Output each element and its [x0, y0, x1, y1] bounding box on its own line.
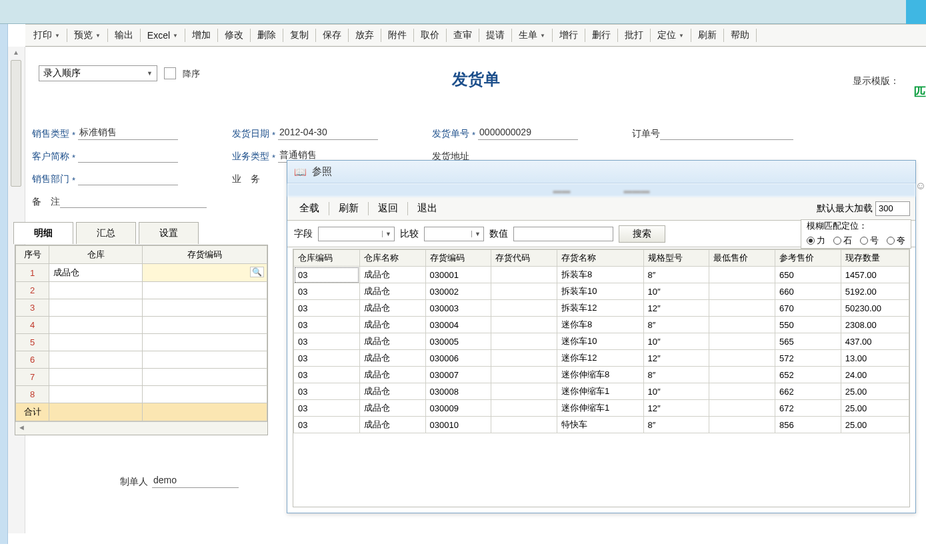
ref-cell[interactable]: 565	[775, 333, 841, 350]
col-inv[interactable]: 存货编码	[143, 246, 267, 264]
ref-cell[interactable]: 12″	[643, 400, 709, 417]
ref-cell[interactable]: 03	[294, 267, 360, 283]
refresh-button[interactable]: 刷新	[332, 199, 365, 217]
ref-cell[interactable]: 856	[775, 417, 841, 433]
ship-no-field[interactable]: 0000000029	[478, 127, 578, 140]
ref-cell[interactable]: 672	[775, 400, 841, 417]
cell-inventory-code[interactable]	[143, 317, 267, 334]
ref-cell[interactable]: 660	[775, 283, 841, 300]
ref-cell[interactable]	[491, 350, 557, 367]
cell-inventory-code[interactable]	[143, 386, 267, 403]
toolbar-查审[interactable]: 查审	[449, 26, 477, 45]
cust-field[interactable]	[78, 149, 178, 163]
ref-col[interactable]: 存货名称	[557, 250, 644, 267]
ref-cell[interactable]	[709, 400, 775, 417]
ref-cell[interactable]: 成品仓	[359, 283, 425, 300]
ref-cell[interactable]	[709, 350, 775, 367]
ref-cell[interactable]	[709, 300, 775, 317]
scroll-thumb[interactable]	[11, 60, 21, 187]
table-row[interactable]: 03成品仓030007迷你伸缩车88″65224.00	[294, 367, 909, 383]
cell-inventory-code[interactable]	[143, 351, 267, 369]
ref-cell[interactable]: 13.00	[841, 350, 909, 367]
cell-warehouse[interactable]	[49, 351, 143, 369]
sale-dept-field[interactable]	[78, 172, 178, 185]
row-number[interactable]: 3	[16, 299, 49, 317]
col-seq[interactable]: 序号	[16, 246, 49, 264]
ref-cell[interactable]: 迷你伸缩车8	[557, 367, 644, 383]
ref-cell[interactable]: 特快车	[557, 417, 644, 433]
maker-field[interactable]: demo	[152, 475, 239, 488]
horizontal-scrollbar[interactable]: ◄	[15, 421, 267, 435]
cell-inventory-code[interactable]	[143, 299, 267, 317]
ref-cell[interactable]	[709, 317, 775, 333]
cell-inventory-code[interactable]	[143, 369, 267, 386]
table-row[interactable]: 03成品仓030006迷你车1212″57213.00	[294, 350, 909, 367]
ref-cell[interactable]: 10″	[643, 383, 709, 400]
ref-col[interactable]: 参考售价	[775, 250, 841, 267]
ref-col[interactable]: 仓库名称	[359, 250, 425, 267]
toolbar-修改[interactable]: 修改	[220, 26, 248, 45]
ref-col[interactable]: 仓库编码	[294, 250, 360, 267]
ref-cell[interactable]: 5192.00	[841, 283, 909, 300]
cell-warehouse[interactable]	[49, 386, 143, 403]
ref-cell[interactable]: 550	[775, 317, 841, 333]
ref-cell[interactable]: 03	[294, 333, 360, 350]
row-number[interactable]: 6	[16, 351, 49, 369]
table-row[interactable]: 03成品仓030004迷你车88″5502308.00	[294, 317, 909, 333]
match-radio-0[interactable]: 力	[807, 235, 825, 247]
dialog-titlebar[interactable]: 📖 参照	[287, 161, 915, 183]
field-combo[interactable]: ▼	[318, 227, 395, 241]
row-number[interactable]: 7	[16, 369, 49, 386]
toolbar-删行[interactable]: 删行	[587, 26, 615, 45]
cell-inventory-code[interactable]	[143, 264, 267, 282]
toolbar-增加[interactable]: 增加	[187, 26, 215, 45]
toolbar-取价[interactable]: 取价	[416, 26, 444, 45]
ref-cell[interactable]: 030005	[425, 333, 491, 350]
toolbar-预览[interactable]: 预览▼	[69, 26, 105, 45]
ref-cell[interactable]	[709, 383, 775, 400]
ref-cell[interactable]: 成品仓	[359, 333, 425, 350]
toolbar-增行[interactable]: 增行	[555, 26, 583, 45]
tab-settings[interactable]: 设置	[139, 222, 199, 244]
cell-inventory-code[interactable]	[143, 282, 267, 299]
ref-cell[interactable]	[491, 283, 557, 300]
ref-cell[interactable]: 652	[775, 367, 841, 383]
ref-cell[interactable]	[491, 417, 557, 433]
toolbar-复制[interactable]: 复制	[285, 26, 313, 45]
ref-cell[interactable]: 030002	[425, 283, 491, 300]
ref-cell[interactable]: 030006	[425, 350, 491, 367]
cell-inventory-code[interactable]	[143, 334, 267, 351]
toolbar-提请[interactable]: 提请	[481, 26, 509, 45]
remark-field[interactable]	[60, 195, 207, 208]
ref-cell[interactable]	[491, 400, 557, 417]
ref-cell[interactable]: 030008	[425, 383, 491, 400]
row-number[interactable]: 5	[16, 334, 49, 351]
toolbar-输出[interactable]: 输出	[110, 26, 138, 45]
match-radio-3[interactable]: 夸	[887, 235, 905, 247]
max-load-input[interactable]	[875, 201, 910, 216]
ref-cell[interactable]: 成品仓	[359, 383, 425, 400]
ref-cell[interactable]: 迷你伸缩车1	[557, 383, 644, 400]
ref-cell[interactable]: 030010	[425, 417, 491, 433]
table-row[interactable]: 03成品仓030001拆装车88″6501457.00	[294, 267, 909, 283]
ref-col[interactable]: 规格型号	[643, 250, 709, 267]
cell-warehouse[interactable]: 成品仓	[49, 264, 143, 282]
ref-cell[interactable]: 25.00	[841, 383, 909, 400]
toolbar-批打[interactable]: 批打	[620, 26, 648, 45]
col-wh[interactable]: 仓库	[49, 246, 143, 264]
row-number[interactable]: 8	[16, 386, 49, 403]
ref-cell[interactable]: 030003	[425, 300, 491, 317]
ref-cell[interactable]: 成品仓	[359, 367, 425, 383]
toolbar-Excel[interactable]: Excel▼	[143, 27, 183, 44]
table-row[interactable]: 03成品仓030002拆装车1010″6605192.00	[294, 283, 909, 300]
ref-cell[interactable]: 成品仓	[359, 300, 425, 317]
ref-cell[interactable]: 24.00	[841, 367, 909, 383]
ref-cell[interactable]: 03	[294, 367, 360, 383]
toolbar-删除[interactable]: 删除	[253, 26, 281, 45]
ref-cell[interactable]: 437.00	[841, 333, 909, 350]
ref-cell[interactable]: 10″	[643, 333, 709, 350]
ref-col[interactable]: 最低售价	[709, 250, 775, 267]
toolbar-放弃[interactable]: 放弃	[351, 26, 379, 45]
match-radio-1[interactable]: 石	[833, 235, 852, 247]
ref-cell[interactable]: 50230.00	[841, 300, 909, 317]
